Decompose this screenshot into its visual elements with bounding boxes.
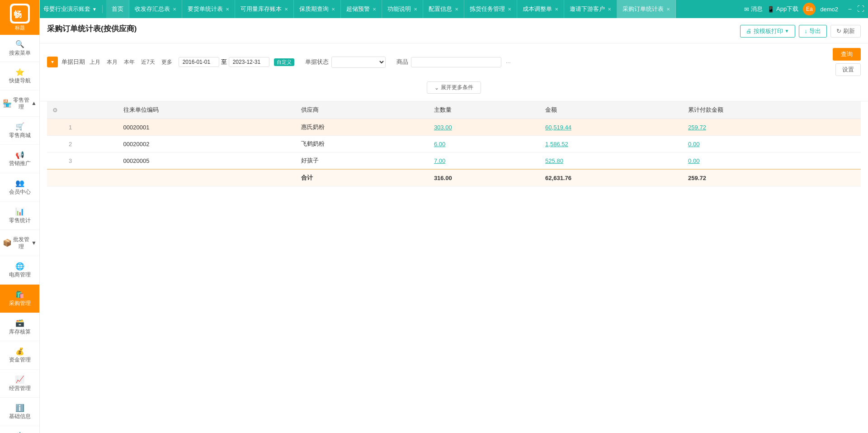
filter-section: 单据日期 上月 本月 本年 近7天 更多 至 自定义 [40, 43, 868, 101]
tab-overstock-alert[interactable]: 超储预警 ✕ [341, 0, 382, 18]
status-select[interactable] [331, 57, 386, 68]
shortcut-this-month[interactable]: 本月 [105, 58, 119, 67]
app-download-btn[interactable]: 📱 App下载 [767, 5, 798, 13]
tab-close-icon[interactable]: ✕ [455, 7, 458, 12]
tab-close-icon[interactable]: ✕ [608, 7, 611, 12]
sidebar-item-wholesale[interactable]: 📦 批发管理 ▼ [0, 230, 39, 256]
sidebar-item-ecommerce[interactable]: 🌐 电商管理 [0, 256, 39, 285]
user-avatar[interactable]: Ea [803, 3, 816, 15]
table-row: 1 00020001 惠氏奶粉 303.00 60,519.44 259.72 [47, 119, 861, 136]
tab-invite-customer[interactable]: 邀请下游客户 ✕ [564, 0, 617, 18]
col-main-qty: 主数量 [429, 101, 540, 119]
tab-close-icon[interactable]: ✕ [226, 7, 229, 12]
ecommerce-icon: 🌐 [15, 262, 24, 271]
sidebar-item-member[interactable]: 👥 会员中心 [0, 173, 39, 202]
column-settings-icon[interactable]: ⚙ [52, 107, 58, 114]
goods-more-icon[interactable]: ··· [506, 59, 511, 66]
tab-home[interactable]: 首页 [106, 0, 129, 18]
dropdown-chevron-icon: ▼ [92, 7, 97, 12]
status-label: 单据状态 [305, 58, 329, 66]
wholesale-icon: 📦 [3, 238, 12, 247]
sidebar-item-retail-stats[interactable]: 📊 零售统计 [0, 202, 39, 230]
top-nav-bar: 母婴行业演示账套 ▼ 首页 收发存汇总表 ✕ 要货单统计表 ✕ 可用量库存账本 … [40, 0, 868, 18]
col-index [63, 101, 118, 119]
shortcut-last-month[interactable]: 上月 [88, 58, 102, 67]
sidebar-item-marketing[interactable]: 📢 营销推广 [0, 145, 39, 173]
stats-icon: 📊 [15, 207, 24, 216]
tab-pick-task[interactable]: 拣货任务管理 ✕ [464, 0, 517, 18]
purchase-icon: 🛍️ [15, 290, 24, 299]
logo-area[interactable]: 畅 标题 [0, 0, 39, 35]
shortcut-more[interactable]: 更多 [160, 58, 174, 67]
status-filter: 单据状态 [305, 57, 386, 68]
header-action-buttons: 🖨 按模板打印 ▼ ↓ 导出 ↻ 刷新 [740, 25, 861, 38]
tab-close-icon[interactable]: ✕ [414, 7, 417, 12]
page-header: 采购订单统计表(按供应商) 🖨 按模板打印 ▼ ↓ 导出 ↻ 刷新 [40, 18, 868, 43]
goods-input[interactable] [411, 57, 501, 67]
tab-close-icon[interactable]: ✕ [331, 7, 335, 12]
sidebar-item-basic[interactable]: ℹ️ 基础信息 [0, 398, 39, 426]
tab-close-icon[interactable]: ✕ [373, 7, 376, 12]
col-supplier-code: 往来单位编码 [118, 101, 296, 119]
tab-close-icon[interactable]: ✕ [666, 7, 670, 12]
sidebar-item-operations[interactable]: 📈 经营管理 [0, 370, 39, 398]
tab-config-info[interactable]: 配置信息 ✕ [423, 0, 464, 18]
sidebar-item-purchase[interactable]: 🛍️ 采购管理 [0, 285, 39, 313]
col-paid-amount: 累计付款金额 [683, 101, 861, 119]
sidebar-item-inventory[interactable]: 🗃️ 库存核算 [0, 313, 39, 342]
date-filter: 单据日期 上月 本月 本年 近7天 更多 至 自定义 [61, 57, 294, 67]
tab-close-icon[interactable]: ✕ [173, 7, 176, 12]
workspace: 采购订单统计表(按供应商) 🖨 按模板打印 ▼ ↓ 导出 ↻ 刷新 [40, 18, 868, 433]
footer-paid-amount: 259.72 [683, 169, 861, 186]
tab-close-icon[interactable]: ✕ [284, 7, 288, 12]
custom-badge: 自定义 [274, 58, 294, 66]
date-to-input[interactable] [229, 57, 269, 67]
sidebar-item-quick-nav[interactable]: ⭐ 快捷导航 [0, 62, 39, 90]
data-table: ⚙ 往来单位编码 供应商 主数量 金额 [47, 101, 861, 186]
print-dropdown-icon: ▼ [785, 29, 789, 33]
window-controls: － ⛶ [846, 5, 864, 14]
query-button[interactable]: 查询 [833, 48, 861, 61]
tab-available-stock[interactable]: 可用量库存账本 ✕ [235, 0, 294, 18]
tab-close-icon[interactable]: ✕ [555, 7, 558, 12]
wholesale-arrow: ▼ [31, 240, 37, 247]
tab-order-stats[interactable]: 要货单统计表 ✕ [182, 0, 235, 18]
goods-filter: 商品 ··· [396, 57, 511, 67]
export-icon: ↓ [805, 28, 808, 34]
sidebar: 畅 标题 🔍 搜索菜单 ⭐ 快捷导航 🏪 零售管理 ▲ 🛒 零售商城 📢 营销推… [0, 0, 40, 433]
search-menu-item[interactable]: 🔍 搜索菜单 [0, 35, 39, 62]
sidebar-item-system[interactable]: ⚙️ 系统管理 [0, 426, 39, 433]
minimize-icon[interactable]: － [846, 5, 854, 14]
page-title: 采购订单统计表(按供应商) [47, 24, 137, 38]
toggle-filter-button[interactable] [47, 57, 58, 67]
sidebar-item-retail[interactable]: 🏪 零售管理 ▲ [0, 90, 39, 117]
shortcut-7-days[interactable]: 近7天 [139, 58, 157, 67]
search-icon: 🔍 [15, 39, 24, 48]
date-from-input[interactable] [179, 57, 219, 67]
account-dropdown[interactable]: 母婴行业演示账套 ▼ [43, 5, 103, 13]
username-label: demo2 [820, 6, 838, 13]
tab-cost-adjust[interactable]: 成本调整单 ✕ [517, 0, 564, 18]
export-button[interactable]: ↓ 导出 [799, 25, 827, 38]
table-row: 2 00020002 飞鹤奶粉 6.00 1,586.52 0.00 [47, 136, 861, 152]
sidebar-item-finance[interactable]: 💰 资金管理 [0, 341, 39, 370]
tab-purchase-order-stats[interactable]: 采购订单统计表 ✕ [617, 0, 676, 18]
shortcut-this-year[interactable]: 本年 [122, 58, 137, 67]
tab-expiry-query[interactable]: 保质期查询 ✕ [294, 0, 341, 18]
maximize-icon[interactable]: ⛶ [857, 5, 864, 13]
message-btn[interactable]: ✉ 消息 [744, 5, 763, 13]
tab-receive-summary[interactable]: 收发存汇总表 ✕ [129, 0, 182, 18]
sidebar-item-retail-mall[interactable]: 🛒 零售商城 [0, 117, 39, 145]
settings-button[interactable]: 设置 [835, 63, 861, 76]
main-content: 母婴行业演示账套 ▼ 首页 收发存汇总表 ✕ 要货单统计表 ✕ 可用量库存账本 … [40, 0, 868, 433]
print-button[interactable]: 🖨 按模板打印 ▼ [740, 25, 795, 38]
expand-filter-button[interactable]: ⌄ 展开更多条件 [427, 81, 481, 94]
nav-right-icons: ✉ 消息 📱 App下载 Ea demo2 － ⛶ [744, 3, 864, 15]
refresh-button[interactable]: ↻ 刷新 [830, 25, 861, 38]
filter-row: 单据日期 上月 本月 本年 近7天 更多 至 自定义 [47, 48, 861, 76]
tab-function-desc[interactable]: 功能说明 ✕ [382, 0, 423, 18]
basic-icon: ℹ️ [15, 403, 24, 412]
mall-icon: 🛒 [15, 122, 24, 131]
filter-action-buttons: 查询 设置 [833, 48, 861, 76]
tab-close-icon[interactable]: ✕ [508, 7, 511, 12]
